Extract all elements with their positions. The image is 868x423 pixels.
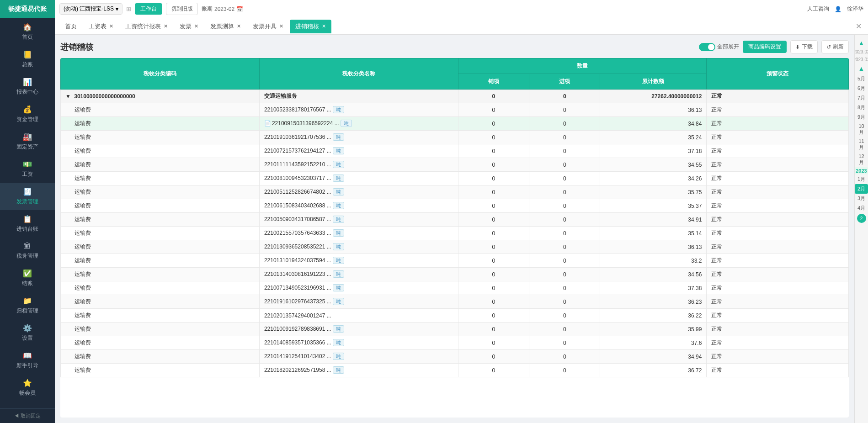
cell-sales: 0 [458,240,529,254]
cell-purchase: 0 [529,281,600,295]
month-item[interactable]: 2月 [855,184,868,194]
close-tab-btn[interactable]: ✕ [854,22,863,31]
month-item[interactable]: 3月 [855,194,868,203]
unit-tag[interactable]: 吨 [333,257,344,264]
unit-tag[interactable]: 吨 [333,216,344,223]
unit-tag[interactable]: 吨 [333,243,344,250]
sidebar-item-tax[interactable]: 🏛税务管理 [0,238,55,264]
collapse-icon[interactable]: ▼ [65,93,71,100]
unit-tag[interactable]: 吨 [333,174,344,182]
product-code-setting-button[interactable]: 商品编码设置 [743,41,787,53]
toggle-switch[interactable] [699,43,715,51]
sidebar-item-salary[interactable]: 💵工资 [0,155,55,183]
unit-tag[interactable]: 吨 [333,339,344,346]
tab-close-invoice-open[interactable]: ✕ [279,23,283,29]
sidebar-item-settle[interactable]: ✅结账 [0,264,55,292]
cell-status: 正常 [707,172,849,185]
cell-name: 运输费 [61,117,260,131]
unit-tag[interactable]: 吨 [333,366,344,374]
tab-close-salary-stats[interactable]: ✕ [164,23,168,29]
panel-up-arrow2[interactable]: ▲ [857,64,866,73]
tab-invoice[interactable]: 发票✕ [174,20,204,33]
unit-tag[interactable]: 吨 [333,325,344,333]
calendar-icon[interactable]: 📅 [236,6,243,12]
tab-salary-stats[interactable]: 工资统计报表✕ [120,20,173,33]
tab-close-salary[interactable]: ✕ [109,23,113,29]
tab-home[interactable]: 首页 [59,20,82,33]
unit-tag[interactable]: 吨 [333,353,344,360]
sidebar-label-archive: 归档管理 [16,307,38,315]
sidebar-label-salary: 工资 [22,170,33,178]
cell-name: 运输费 [61,185,260,199]
expand-toggle[interactable]: 全部展开 [699,43,739,51]
support-btn[interactable]: 人工咨询 [807,5,829,13]
company-selector[interactable]: (勿动) 江西报宝-LSS ▾ [59,3,122,15]
table-container[interactable]: 税收分类编码 税收分类名称 数量 预警状态 销项 进项 累计数额 ▼ [60,58,849,418]
unit-tag[interactable]: 吨 [333,298,344,305]
table-row: 运输费 22101310194324037594 ... 吨 0 0 33.2 … [61,254,849,268]
month-item[interactable]: 12月 [855,152,868,167]
tab-reconcile[interactable]: 进销稽核✕ [290,20,331,33]
unit-tag[interactable]: 吨 [341,120,352,127]
tab-salary[interactable]: 工资表✕ [83,20,119,33]
refresh-button[interactable]: ↺ 刷新 [821,40,849,53]
sidebar-item-home[interactable]: 🏠首页 [0,18,55,46]
sidebar-item-sales-ledger[interactable]: 📋进销台账 [0,210,55,238]
sidebar-collapse-btn[interactable]: ◀ 取消固定 [0,408,55,423]
sidebar-item-asset[interactable]: 🏭固定资产 [0,128,55,155]
tab-invoice-calc[interactable]: 发票测算✕ [205,20,246,33]
month-item[interactable]: 10月 [855,122,868,137]
sidebar-item-invoice-mgmt[interactable]: 🧾发票管理 [0,183,55,210]
cell-purchase: 0 [529,131,600,144]
month-item[interactable]: 1月 [855,174,868,184]
unit-tag[interactable]: 吨 [333,202,344,209]
cell-cumulative: 33.2 [600,254,707,268]
col-tax-name: 税收分类名称 [259,58,458,90]
cell-status: 正常 [707,117,849,131]
cell-invoice-no: 22100509034317086587 ... 吨 [259,213,458,227]
unit-tag[interactable]: 吨 [333,188,344,196]
sidebar-item-fund[interactable]: 💰资金管理 [0,100,55,128]
unit-tag[interactable]: 吨 [333,284,344,291]
panel-up-arrow[interactable]: ▲ [857,38,866,48]
tab-invoice-open[interactable]: 发票开具✕ [247,20,289,33]
unit-tag[interactable]: 吨 [333,270,344,278]
unit-tag[interactable]: 吨 [333,133,344,141]
unit-tag[interactable]: 吨 [333,229,344,237]
month-item[interactable]: 2023 [855,167,868,174]
table-row: 运输费 22100810094532303717 ... 吨 0 0 34.26… [61,172,849,185]
month-item[interactable]: 9月 [855,112,868,122]
cell-sales: 0 [458,144,529,158]
month-item[interactable]: 5月 [855,74,868,84]
tab-close-invoice-calc[interactable]: ✕ [237,23,241,29]
sidebar-item-guide[interactable]: 📖新手引导 [0,347,55,374]
cell-purchase: 0 [529,336,600,350]
user-label: 徐泽华 [847,5,863,13]
unit-tag[interactable]: 吨 [333,161,344,168]
sidebar-item-report[interactable]: 📊报表中心 [0,73,55,100]
tab-close-invoice[interactable]: ✕ [194,23,198,29]
unit-tag[interactable]: 吨 [333,106,344,113]
month-item[interactable]: 11月 [855,137,868,152]
month-item[interactable]: 4月 [855,203,868,213]
month-item[interactable]: 6月 [855,84,868,93]
unit-tag[interactable]: 吨 [333,147,344,154]
switch-version-button[interactable]: 切到旧版 [166,3,198,15]
sidebar-item-ledger[interactable]: 📒总账 [0,46,55,73]
month-item[interactable]: 7月 [855,93,868,103]
month-item[interactable]: 8月 [855,103,868,112]
cell-purchase: 0 [529,158,600,172]
copy-icon[interactable]: ⊞ [126,5,131,12]
tab-close-reconcile[interactable]: ✕ [322,23,326,29]
sidebar-icon-archive: 📁 [23,296,32,305]
sidebar-item-archive[interactable]: 📁归档管理 [0,292,55,319]
cell-status: 正常 [707,281,849,295]
cell-invoice-no: 22101408593571035366 ... 吨 [259,336,458,350]
cell-cumulative: 35.75 [600,185,707,199]
table-row: 运输费 22101314030816191223 ... 吨 0 0 34.56… [61,268,849,281]
workspace-button[interactable]: 工作台 [135,3,162,15]
sidebar-item-member[interactable]: ⭐畅会员 [0,374,55,402]
download-button[interactable]: ⬇ 下载 [790,40,818,53]
current-month-circle[interactable]: 2 [857,214,866,223]
sidebar-item-setting[interactable]: ⚙️设置 [0,319,55,347]
